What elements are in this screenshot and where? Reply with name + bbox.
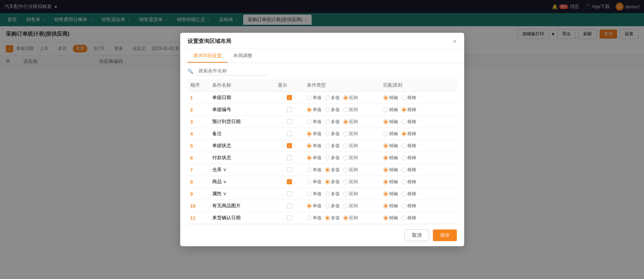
- type-single[interactable]: 单值: [307, 107, 321, 113]
- match-exact[interactable]: 精确: [383, 155, 398, 161]
- type-multi[interactable]: 多值: [325, 119, 340, 125]
- type-range[interactable]: 区间: [343, 215, 358, 221]
- type-range[interactable]: 区间: [343, 167, 358, 173]
- table-row: 11来货确认日期 单值 多值 区间 精确: [187, 212, 457, 224]
- modal-tabs: 查询字段设置 布局调整: [180, 49, 464, 63]
- type-single[interactable]: 单值: [307, 203, 321, 209]
- show-checkbox[interactable]: [287, 167, 292, 172]
- show-checkbox[interactable]: [287, 155, 292, 160]
- type-multi[interactable]: 多值: [325, 107, 340, 113]
- row-match-cell: 精确 模糊: [380, 215, 457, 221]
- match-exact[interactable]: 精确: [383, 131, 398, 137]
- type-range[interactable]: 区间: [343, 95, 358, 101]
- radio-exact-circle: [383, 119, 388, 124]
- tab-layout-adjust[interactable]: 布局调整: [228, 49, 258, 63]
- match-exact[interactable]: 精确: [383, 95, 398, 101]
- match-exact[interactable]: 精确: [383, 167, 398, 173]
- type-range[interactable]: 区间: [343, 191, 358, 197]
- match-exact[interactable]: 精确: [383, 143, 398, 149]
- row-match-cell: 精确 模糊: [380, 107, 457, 113]
- type-range[interactable]: 区间: [343, 203, 358, 209]
- match-fuzzy[interactable]: 模糊: [402, 167, 416, 173]
- type-range[interactable]: 区间: [343, 179, 358, 185]
- radio-exact-circle: [383, 180, 388, 184]
- type-multi[interactable]: 多值: [325, 167, 340, 173]
- type-single[interactable]: 单值: [307, 215, 321, 221]
- show-checkbox[interactable]: [287, 179, 292, 184]
- type-range[interactable]: 区间: [343, 119, 358, 125]
- type-single[interactable]: 单值: [307, 155, 321, 161]
- radio-fuzzy-circle: [402, 168, 406, 172]
- cancel-btn[interactable]: 取消: [404, 229, 429, 241]
- radio-fuzzy-circle: [402, 192, 406, 196]
- match-exact[interactable]: 精确: [383, 203, 398, 209]
- type-multi[interactable]: 多值: [325, 179, 340, 185]
- type-range[interactable]: 区间: [343, 155, 358, 161]
- type-multi[interactable]: 多值: [325, 155, 340, 161]
- show-checkbox[interactable]: [287, 215, 292, 220]
- row-type-cell: 单值 多值 区间: [304, 107, 380, 113]
- row-match-cell: 精确 模糊: [380, 95, 457, 101]
- match-exact[interactable]: 精确: [383, 191, 398, 197]
- row-order: 9: [187, 191, 209, 197]
- show-checkbox[interactable]: [287, 131, 292, 136]
- match-exact[interactable]: 精确: [383, 215, 398, 221]
- type-single[interactable]: 单值: [307, 191, 321, 197]
- show-checkbox[interactable]: [287, 143, 292, 148]
- table-row: 1单据日期 单值 多值 区间 精确: [187, 92, 457, 104]
- show-checkbox[interactable]: [287, 119, 292, 124]
- radio-fuzzy-circle: [402, 95, 406, 100]
- show-checkbox[interactable]: [287, 95, 292, 100]
- type-single[interactable]: 单值: [307, 95, 321, 101]
- radio-range-circle: [343, 95, 348, 100]
- match-fuzzy[interactable]: 模糊: [402, 107, 416, 113]
- radio-single-circle: [307, 180, 312, 184]
- radio-single-circle: [307, 216, 312, 220]
- row-show-cell: [275, 203, 304, 208]
- type-single[interactable]: 单值: [307, 167, 321, 173]
- match-fuzzy[interactable]: 模糊: [402, 155, 416, 161]
- match-fuzzy[interactable]: 模糊: [402, 215, 416, 221]
- row-order: 2: [187, 107, 209, 113]
- show-checkbox[interactable]: [287, 203, 292, 208]
- match-exact[interactable]: 精确: [383, 119, 398, 125]
- radio-range-circle: [343, 107, 348, 112]
- row-type-cell: 单值 多值 区间: [304, 179, 380, 185]
- type-multi[interactable]: 多值: [325, 131, 340, 137]
- match-fuzzy[interactable]: 模糊: [402, 143, 416, 149]
- type-single[interactable]: 单值: [307, 143, 321, 149]
- type-single[interactable]: 单值: [307, 119, 321, 125]
- type-multi[interactable]: 多值: [325, 143, 340, 149]
- modal-search-area: 🔍: [180, 63, 464, 79]
- match-fuzzy[interactable]: 模糊: [402, 95, 416, 101]
- match-fuzzy[interactable]: 模糊: [402, 203, 416, 209]
- search-input[interactable]: [195, 67, 268, 75]
- radio-single-circle: [307, 107, 312, 112]
- radio-range-circle: [343, 168, 348, 172]
- type-multi[interactable]: 多值: [325, 95, 340, 101]
- modal-close-btn[interactable]: ×: [453, 38, 457, 45]
- row-show-cell: [275, 167, 304, 172]
- row-name: 属性 ∨: [209, 190, 275, 197]
- match-fuzzy[interactable]: 模糊: [402, 191, 416, 197]
- show-checkbox[interactable]: [287, 191, 292, 196]
- radio-multi-circle: [325, 156, 330, 160]
- type-range[interactable]: 区间: [343, 143, 358, 149]
- match-fuzzy[interactable]: 模糊: [402, 119, 416, 125]
- type-single[interactable]: 单值: [307, 179, 321, 185]
- type-range[interactable]: 区间: [343, 131, 358, 137]
- tab-query-fields[interactable]: 查询字段设置: [187, 49, 228, 63]
- type-single[interactable]: 单值: [307, 131, 321, 137]
- match-fuzzy[interactable]: 模糊: [402, 179, 416, 185]
- type-range[interactable]: 区间: [343, 107, 358, 113]
- save-btn[interactable]: 保存: [433, 229, 457, 241]
- radio-fuzzy-circle: [402, 119, 406, 124]
- type-multi[interactable]: 多值: [325, 191, 340, 197]
- match-exact[interactable]: 精确: [383, 179, 398, 185]
- match-fuzzy[interactable]: 模糊: [402, 131, 416, 137]
- show-checkbox[interactable]: [287, 107, 292, 112]
- type-multi[interactable]: 多值: [325, 203, 340, 209]
- match-exact[interactable]: 精确: [383, 107, 398, 113]
- row-show-cell: [275, 215, 304, 220]
- type-multi[interactable]: 多值: [325, 215, 340, 221]
